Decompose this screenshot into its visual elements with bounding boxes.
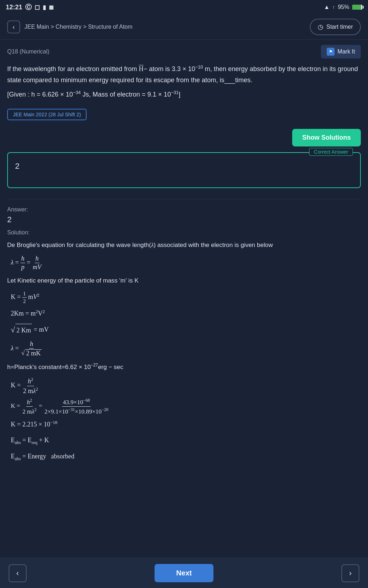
equation-4: √ 2 Km = mV: [7, 323, 361, 337]
breadcrumb: JEE Main > Chemistry > Structure of Atom: [24, 24, 133, 30]
status-bar: 12:21 Ⓒ ◻ ▮ ▩ ▲ ↑ 95%: [0, 0, 368, 14]
next-arrow-icon: ›: [349, 569, 351, 578]
notch-icon: ◻: [34, 3, 40, 11]
equation-2: K = 1 2 mV2: [7, 290, 361, 305]
start-timer-button[interactable]: ◷ Start timer: [310, 19, 361, 35]
bookmark-icon: ⚑: [327, 48, 335, 56]
equation-5: λ = h √ 2 mK: [7, 340, 361, 358]
timer-label: Start timer: [326, 24, 353, 30]
question-tag: JEE Main 2022 (28 Jul Shift 2): [7, 109, 87, 120]
timer-icon: ◷: [318, 23, 323, 31]
whatsapp-icon: Ⓒ: [25, 3, 32, 11]
equation-7: K = h2 2 mλ2 = 43.9×10−68 2×9.1×10−31×10…: [7, 398, 361, 415]
battery-icon: [352, 5, 362, 10]
equation-1: λ = h p = h mV: [7, 255, 361, 271]
kinetic-energy-intro: Let Kinetic energy of the particle of ma…: [7, 276, 361, 286]
solution-description: De Broglie's equation for calculating th…: [7, 240, 361, 251]
plancks-constant-note: h=Planck's constant=6.62 × 10−27erg − se…: [7, 361, 361, 373]
bottom-navigation: ‹ Next ›: [0, 558, 368, 588]
signal-icon: ▩: [49, 4, 54, 10]
question-header: Q18 (Numerical) ⚑ Mark It: [0, 40, 368, 62]
arrow-up-icon: ↑: [332, 4, 335, 10]
answer-label: Answer:: [7, 206, 361, 213]
divider-1: [7, 199, 361, 199]
question-number: Q18 (Numerical): [7, 48, 49, 55]
nav-left: ‹ JEE Main > Chemistry > Structure of At…: [7, 20, 133, 33]
navigation-bar: ‹ JEE Main > Chemistry > Structure of At…: [0, 14, 368, 40]
tag-container: JEE Main 2022 (28 Jul Shift 2): [0, 106, 368, 126]
correct-answer-value: 2: [15, 162, 353, 171]
show-solutions-button[interactable]: Show Solutions: [292, 129, 361, 146]
answer-number: 2: [7, 215, 361, 224]
next-arrow-button[interactable]: ›: [341, 564, 359, 582]
correct-answer-label: Correct Answer: [309, 148, 353, 156]
battery-indicator-left: ▮: [43, 4, 46, 11]
answer-section: Correct Answer 2: [0, 152, 368, 195]
status-time: 12:21 Ⓒ ◻ ▮ ▩: [6, 3, 54, 11]
wifi-icon: ▲: [324, 4, 330, 10]
battery-percent: 95%: [338, 4, 349, 10]
prev-icon: ‹: [16, 569, 19, 578]
equation-8: K = 2.215 × 10−18: [7, 418, 361, 430]
equation-10: Eabs = Energy absorbed: [7, 450, 361, 463]
answer-box: Correct Answer 2: [7, 152, 361, 188]
time-display: 12:21: [6, 4, 22, 11]
question-body: If the wavelength for an electron emitte…: [0, 62, 368, 106]
solution-section: Answer: 2 Solution: De Broglie's equatio…: [0, 203, 368, 473]
prev-button[interactable]: ‹: [9, 564, 27, 582]
question-text: If the wavelength for an electron emitte…: [7, 64, 361, 85]
back-icon: ‹: [13, 23, 15, 31]
mark-it-label: Mark It: [337, 48, 355, 55]
status-right: ▲ ↑ 95%: [324, 4, 362, 10]
solution-label: Solution:: [7, 229, 361, 236]
given-text: [Given : h = 6.626 × 10−34 Js, Mass of e…: [7, 89, 361, 100]
equation-3: 2Km = m2V2: [7, 307, 361, 319]
equation-6: K = h2 2 mλ2: [7, 377, 361, 395]
next-button[interactable]: Next: [155, 564, 213, 582]
back-button[interactable]: ‹: [7, 20, 20, 33]
mark-it-button[interactable]: ⚑ Mark It: [321, 45, 361, 59]
equation-9: Eabs = Ereq + K: [7, 434, 361, 447]
